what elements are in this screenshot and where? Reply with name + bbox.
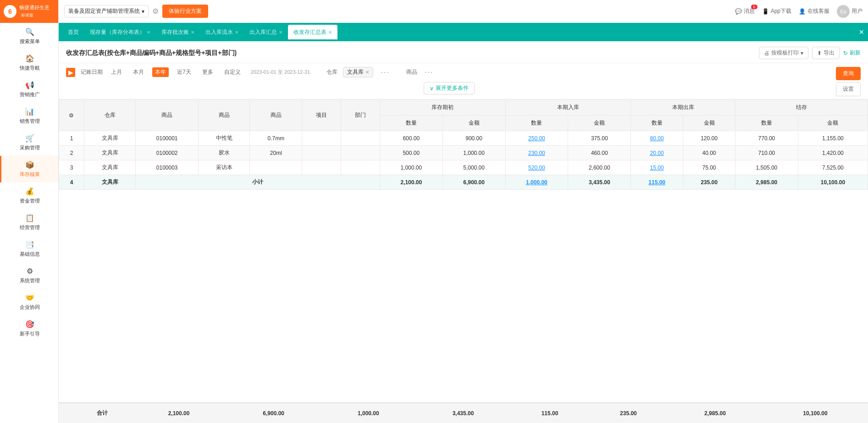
- tab-summary[interactable]: 出入库汇总✕: [244, 25, 288, 39]
- filter-row1: ▶ 记账日期 上月 本月 本年 近7天 更多 自定义 2023-01-01 至 …: [66, 67, 832, 77]
- footer-table: 合计 2,100.00 6,900.00 1,000.00 3,435.00 1…: [59, 406, 868, 420]
- subtotal-no: 4: [59, 175, 84, 190]
- tab-close-summary[interactable]: ✕: [279, 30, 282, 35]
- filter-action-col: 查询 设置: [836, 67, 861, 96]
- date-btn-more[interactable]: 更多: [199, 67, 216, 77]
- sidebar-item-corp[interactable]: 🤝企业协同: [0, 289, 58, 315]
- tab-close-recv-send[interactable]: ✕: [328, 30, 332, 35]
- sidebar-item-search[interactable]: 🔍搜索菜单: [0, 23, 58, 49]
- export-button[interactable]: ⬆ 导出: [812, 47, 840, 59]
- date-btn-last-month[interactable]: 上月: [108, 67, 125, 77]
- system-selector[interactable]: 装备及固定资产辅助管理系统 ▾: [64, 5, 149, 17]
- tab-flow[interactable]: 出入库流水✕: [200, 25, 244, 39]
- sidebar-item-label: 基础信息: [20, 251, 40, 258]
- col-header-name: 商品: [199, 100, 250, 131]
- goods-more-btn[interactable]: ···: [425, 68, 433, 77]
- settings-col-header[interactable]: ⚙: [59, 100, 84, 131]
- refresh-button[interactable]: ↻ 刷新: [843, 49, 861, 57]
- filter-left: ▶ 记账日期 上月 本月 本年 近7天 更多 自定义 2023-01-01 至 …: [66, 67, 832, 99]
- sidebar-item-inventory[interactable]: 📦库存核算: [0, 156, 58, 182]
- sidebar-item-label: 营销推广: [20, 91, 40, 98]
- query-button[interactable]: 查询: [836, 67, 861, 80]
- chevron-down-icon: ▾: [801, 50, 803, 56]
- total-init-amt: 6,900.00: [226, 406, 321, 420]
- date-btn-custom[interactable]: 自定义: [221, 67, 243, 77]
- total-in-qty: 1,000.00: [321, 406, 416, 420]
- tab-close-batch[interactable]: ✕: [191, 30, 194, 35]
- settings-button[interactable]: 设置: [836, 82, 861, 96]
- sidebar-item-system[interactable]: ⚙系统管理: [0, 262, 58, 289]
- date-btn-7days[interactable]: 近7天: [174, 67, 194, 77]
- date-btn-this-month[interactable]: 本月: [130, 67, 147, 77]
- sales-icon: 📊: [25, 107, 34, 116]
- table-row: 1 文具库 0100001 中性笔 0.7mm 600.00 900.00 25…: [59, 131, 868, 146]
- app-download-button[interactable]: 📱 App下载: [762, 7, 791, 15]
- subtotal-out-qty[interactable]: 115.00: [631, 175, 683, 190]
- row-project: [302, 131, 341, 146]
- row-in-qty[interactable]: 520.00: [505, 160, 568, 175]
- tab-inventory-dist[interactable]: 现存量（库存分布表）✕: [84, 25, 156, 39]
- download-icon: 📱: [762, 8, 769, 15]
- warehouse-tag[interactable]: 文具库 ✕: [343, 67, 373, 77]
- sidebar-item-newbie[interactable]: 🎯新手引导: [0, 315, 58, 342]
- sub-header-in-amt: 金额: [568, 115, 631, 131]
- sidebar-item-ops[interactable]: 📋经营管理: [0, 209, 58, 236]
- tab-close-flow[interactable]: ✕: [235, 30, 238, 35]
- sidebar-item-finance[interactable]: 💰资金管理: [0, 182, 58, 209]
- subtotal-in-qty[interactable]: 1,000.00: [505, 175, 568, 190]
- sidebar-item-label: 企业协同: [20, 304, 40, 311]
- row-in-qty[interactable]: 230.00: [505, 146, 568, 160]
- online-service-label: 在线客服: [807, 7, 829, 15]
- expand-conditions-btn[interactable]: ∨ 展开更多条件: [424, 82, 475, 94]
- marketing-icon: 📢: [25, 81, 34, 89]
- row-out-amt: 120.00: [683, 131, 735, 146]
- tab-home[interactable]: 首页: [62, 25, 84, 39]
- sidebar-item-marketing[interactable]: 📢营销推广: [0, 76, 58, 103]
- sub-header-out-qty: 数量: [631, 115, 683, 131]
- row-out-qty[interactable]: 20.00: [631, 146, 683, 160]
- row-out-qty[interactable]: 80.00: [631, 131, 683, 146]
- app-download-label: App下载: [771, 7, 791, 15]
- row-init-amt: 1,000.00: [442, 146, 505, 160]
- sub-header-in-qty: 数量: [505, 115, 568, 131]
- row-out-amt: 75.00: [683, 160, 735, 175]
- tab-batch[interactable]: 库存批次账✕: [156, 25, 200, 39]
- gear-icon[interactable]: ⚙: [152, 7, 159, 16]
- warehouse-tag-close[interactable]: ✕: [365, 70, 369, 75]
- filter-toggle-btn[interactable]: ▶: [66, 68, 75, 77]
- user-label: 用户: [851, 7, 862, 15]
- online-service-button[interactable]: 👤 在线客服: [799, 7, 829, 15]
- subtotal-init-qty: 2,100.00: [380, 175, 442, 190]
- system-icon: ⚙: [27, 267, 33, 275]
- sidebar-item-sales[interactable]: 📊销售管理: [0, 103, 58, 129]
- sidebar-item-quick-nav[interactable]: 🏠快捷导航: [0, 49, 58, 76]
- trial-button[interactable]: 体验行业方案: [162, 5, 208, 18]
- sub-header-out-amt: 金额: [683, 115, 735, 131]
- messages-button[interactable]: 💬 消息 6: [735, 7, 755, 15]
- row-out-amt: 40.00: [683, 146, 735, 160]
- avatar-icon: Ea: [837, 5, 850, 18]
- row-spec: 0.7mm: [250, 131, 302, 146]
- row-in-qty[interactable]: 250.00: [505, 131, 568, 146]
- row-out-qty[interactable]: 15.00: [631, 160, 683, 175]
- row-name: 中性笔: [199, 131, 250, 146]
- close-all-tabs-button[interactable]: ✕: [859, 28, 864, 36]
- date-btn-this-year[interactable]: 本年: [152, 67, 169, 77]
- sidebar-item-purchase[interactable]: 🛒采购管理: [0, 129, 58, 156]
- print-button[interactable]: 🖨 按模板打印 ▾: [759, 47, 808, 59]
- user-avatar[interactable]: Ea 用户: [837, 5, 862, 18]
- row-warehouse: 文具库: [84, 160, 135, 175]
- tab-recv-send[interactable]: 收发存汇总表✕: [288, 25, 337, 39]
- tab-close-inventory-dist[interactable]: ✕: [147, 30, 150, 35]
- sidebar: 6 畅捷通好生意 标准版 🔍搜索菜单🏠快捷导航📢营销推广📊销售管理🛒采购管理📦库…: [0, 0, 59, 423]
- warehouse-more-btn[interactable]: ···: [381, 68, 389, 77]
- col-header-project: 项目: [302, 100, 341, 131]
- sidebar-item-basic[interactable]: 📑基础信息: [0, 236, 58, 262]
- page-header: 收发存汇总表(按仓库+商品编码+商品+规格型号+项目+部门) 🖨 按模板打印 ▾…: [59, 41, 868, 63]
- main-area: 装备及固定资产辅助管理系统 ▾ ⚙ 体验行业方案 💬 消息 6 📱 App下载 …: [59, 0, 868, 423]
- row-bal-qty: 1,505.00: [735, 160, 798, 175]
- tab-label-recv-send: 收发存汇总表: [293, 28, 326, 36]
- tabbar: 首页现存量（库存分布表）✕库存批次账✕出入库流水✕出入库汇总✕收发存汇总表✕✕: [59, 23, 868, 41]
- message-icon: 💬: [735, 8, 742, 15]
- export-label: 导出: [824, 49, 835, 57]
